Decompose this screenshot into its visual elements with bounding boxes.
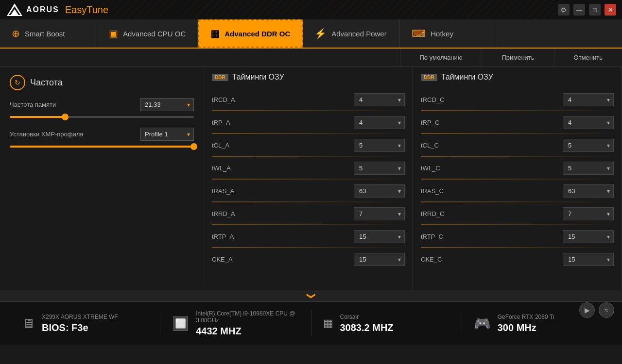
timing-select-wrap-trp-c: 456 [563,116,614,129]
timing-select-tras-a[interactable]: 60616263 [354,184,405,198]
ddr-panel-c-title: Тайминги ОЗУ [441,73,493,82]
bottom-controls: ▶ ≈ [579,302,614,318]
freq-slider-thumb[interactable] [62,114,69,120]
xmp-slider-thumb[interactable] [190,143,197,150]
cpu-icon: 🔲 [172,315,189,331]
tab-smart-boost[interactable]: ⊕ Smart Boost [0,19,97,48]
cpu-info: Intel(R) Core(TM) i9-10980XE CPU @ 3.00G… [196,310,299,337]
tab-hotkey-label: Hotkey [431,30,453,38]
play-button[interactable]: ▶ [579,302,595,318]
timing-select-twl-a[interactable]: 456 [354,162,405,175]
frequency-panel-header: ↻ Частота [10,75,194,90]
app-name: EasyTune [65,4,108,16]
motherboard-name: X299X AORUS XTREME WF [42,314,118,320]
timing-select-cke-c[interactable]: 1516 [563,253,614,266]
timing-select-trrd-a[interactable]: 567 [354,207,405,220]
gpu-icon: 🎮 [474,315,491,331]
timing-row-trrd-c: tRRD_C 567 [421,205,614,222]
timing-select-wrap-trtp-c: 12131415 [563,230,614,243]
gpu-name: GeForce RTX 2080 Ti [498,314,554,320]
ram-info: Corsair 3083.2 MHZ [340,314,394,333]
default-button[interactable]: По умолчанию [400,49,482,66]
nav-bar: ⊕ Smart Boost ▣ Advanced CPU OC ▦ Advanc… [0,19,622,49]
timing-row-tras-c: tRAS_C 606163 [421,182,614,199]
timing-select-trrd-c[interactable]: 567 [563,207,614,220]
tab-advanced-power-label: Advanced Power [331,30,386,38]
tab-advanced-cpu-oc[interactable]: ▣ Advanced CPU OC [97,19,198,48]
timing-row-cke-a: CKE_A 1516 [212,251,405,268]
timing-select-trtp-a[interactable]: 12131415 [354,230,405,243]
xmp-profile-select[interactable]: Profile 1 Profile 2 Auto [140,128,194,141]
ram-value: 3083.2 MHZ [340,322,394,333]
timing-select-trp-c[interactable]: 456 [563,116,614,129]
timing-select-tras-c[interactable]: 606163 [563,184,614,198]
timing-select-trp-a[interactable]: 456 [354,116,405,129]
title-bar-left: AORUS EasyTune [6,2,108,17]
timing-label-trtp-c: tRTP_C [421,233,460,240]
timing-row-trtp-a: tRTP_A 12131415 [212,228,405,245]
memory-freq-select[interactable]: 21,33 21,00 20,00 [140,98,194,111]
memory-freq-select-wrap: 21,33 21,00 20,00 [140,98,194,111]
freq-slider-track[interactable] [10,116,194,118]
timing-select-twl-c[interactable]: 456 [563,162,614,175]
timing-select-trcd-a[interactable]: 456 [354,93,405,106]
freq-slider-row [10,116,194,118]
timing-label-cke-c: CKE_C [421,256,460,263]
timing-row-cke-c: CKE_C 1516 [421,251,614,268]
timing-row-trp-a: tRP_A 456 [212,114,405,131]
ddr-badge-a: DDR [212,74,228,81]
timing-select-cke-a[interactable]: 1516 [354,253,405,266]
tab-advanced-power[interactable]: ⚡ Advanced Power [303,19,400,48]
timing-select-wrap-trtp-a: 12131415 [354,230,405,243]
timing-label-trcd-a: tRCD_A [212,96,251,103]
timing-row-trcd-a: tRCD_A 456 [212,91,405,108]
ddr-panel-a-header: DDR Тайминги ОЗУ [212,73,405,85]
apply-button[interactable]: Применить [482,49,553,66]
timing-label-twl-a: tWL_A [212,165,251,172]
tab-advanced-ddr-oc[interactable]: ▦ Advanced DDR OC [198,19,303,48]
timing-row-trp-c: tRP_C 456 [421,114,614,131]
timing-select-wrap-tras-a: 60616263 [354,184,405,198]
xmp-profile-row: Установки ХМР-профиля Profile 1 Profile … [10,128,194,141]
timing-label-trrd-c: tRRD_C [421,210,460,217]
timing-label-twl-c: tWL_C [421,165,460,172]
ddr-panel-a-title: Тайминги ОЗУ [232,73,284,82]
title-bar-right: ⚙ — □ ✕ [558,4,616,16]
main-content: ↻ Частота Частота памяти 21,33 21,00 20,… [0,67,622,290]
timing-select-tcl-c[interactable]: 456 [563,139,614,152]
cpu-value: 4432 MHZ [196,326,299,337]
ram-name: Corsair [340,314,394,320]
timing-select-wrap-trp-a: 456 [354,116,405,129]
timing-label-trcd-c: tRCD_C [421,96,460,103]
timing-select-wrap-twl-a: 456 [354,162,405,175]
timing-select-wrap-twl-c: 456 [563,162,614,175]
cpu-name: Intel(R) Core(TM) i9-10980XE CPU @ 3.00G… [196,310,299,324]
cancel-button[interactable]: Отменить [554,49,622,66]
timing-row-trtp-c: tRTP_C 12131415 [421,228,614,245]
status-motherboard: 🖥 X299X AORUS XTREME WF BIOS: F3e [10,314,160,333]
logo: AORUS [6,2,59,17]
minimize-button[interactable]: — [573,4,585,16]
maximize-button[interactable]: □ [589,4,601,16]
scroll-indicator[interactable]: ❯ [0,290,622,301]
timing-select-tcl-a[interactable]: 456 [354,139,405,152]
close-button[interactable]: ✕ [605,4,616,16]
smart-boost-icon: ⊕ [12,28,20,39]
timing-select-trtp-c[interactable]: 12131415 [563,230,614,243]
aorus-logo-icon [6,2,23,17]
timing-row-trrd-a: tRRD_A 567 [212,205,405,222]
frequency-panel-title: Частота [30,78,63,88]
memory-freq-label: Частота памяти [10,101,56,108]
ddr-badge-c: DDR [421,74,437,81]
timing-label-tcl-c: tCL_C [421,142,460,149]
timing-row-twl-c: tWL_C 456 [421,160,614,177]
timing-row-tcl-c: tCL_C 456 [421,137,614,154]
tab-hotkey[interactable]: ⌨ Hotkey [400,19,497,48]
tab-ddr-oc-label: Advanced DDR OC [225,30,290,38]
xmp-slider-track[interactable] [10,146,194,148]
timing-row-tras-a: tRAS_A 60616263 [212,182,405,199]
wave-button[interactable]: ≈ [599,302,614,318]
timing-select-trcd-c[interactable]: 456 [563,93,614,106]
timing-select-wrap-trrd-c: 567 [563,207,614,220]
settings-button[interactable]: ⚙ [558,4,570,16]
